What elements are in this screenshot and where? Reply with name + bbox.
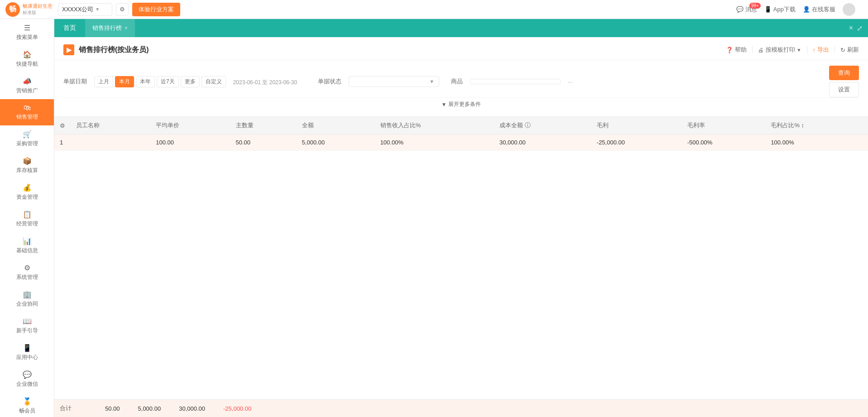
help-btn[interactable]: ❓ 帮助 [726,46,747,54]
filter-bar: 单据日期 上月 本月 本年 近7天 更多 自定义 2023-06-01 至 20… [54,60,868,117]
tab-close-btn[interactable]: × [849,24,853,32]
footer-label: 合计 [60,404,87,412]
sidebar-item-purchase[interactable]: 🛒 采购管理 [0,125,54,152]
notification-badge: 99+ [749,3,761,9]
print-btn[interactable]: 🖨 按模板打印 ▼ [758,46,801,54]
experience-btn[interactable]: 体验行业方案 [132,3,180,16]
company-name: XXXXX公司 [62,5,93,14]
tab-maximize-btn[interactable]: ⤢ [857,24,863,33]
basic-icon: 📊 [23,237,32,245]
settings-btn[interactable]: 设置 [829,82,859,97]
tab-close-icon[interactable]: × [125,25,128,31]
sidebar-label-wechat: 企业微信 [16,380,38,388]
th-name: 员工名称 [71,117,150,134]
settings-button[interactable]: ⚙ [116,3,129,16]
footer-amount: 5,000.00 [138,405,161,412]
sidebar-label-system: 系统管理 [16,273,38,281]
app-download-icon: 📱 [764,6,772,13]
sidebar: ☰ 搜索菜单 🏠 快捷导航 📣 营销推广 🛍 销售管理 🛒 采购管理 📦 [0,19,54,417]
finance-icon: 💰 [23,183,32,192]
wechat-icon: 💬 [23,370,32,379]
sidebar-item-quicknav[interactable]: 🏠 快捷导航 [0,46,54,72]
sidebar-item-wechat[interactable]: 💬 企业微信 [0,366,54,393]
last7-btn[interactable]: 近7天 [157,76,179,87]
status-arrow-icon: ▼ [429,79,434,84]
th-avg-price: 平均单价 [150,117,230,134]
refresh-btn[interactable]: ↻ 刷新 [840,46,859,54]
online-service-btn[interactable]: 👤 在线客服 [803,5,835,14]
export-btn[interactable]: ↑ 导出 [813,46,830,54]
tab-home[interactable]: 首页 [54,19,85,37]
sidebar-label-apps: 应用中心 [16,354,38,361]
th-cost-label: 成本全额 [499,122,523,129]
sidebar-label-purchase: 采购管理 [16,140,38,148]
cell-amount: 5,000.00 [297,134,375,151]
member-icon: 🏅 [23,397,32,406]
company-selector[interactable]: XXXXX公司 ▼ [58,3,112,16]
th-gross-pct: 毛利占比% ↕ [765,117,868,134]
last-month-btn[interactable]: 上月 [94,76,113,87]
sidebar-item-marketing[interactable]: 📣 营销推广 [0,72,54,99]
sidebar-item-sales[interactable]: 🛍 销售管理 [0,99,54,125]
notification-btn[interactable]: 💬 消息 99+ [736,5,757,14]
sidebar-item-member[interactable]: 🏅 畅会员 [0,393,54,417]
th-gross-rate: 毛利率 [682,117,766,134]
cost-info-icon[interactable]: ⓘ [525,122,531,129]
sidebar-item-guide[interactable]: 📖 新手引导 [0,312,54,339]
table-body: 1 100.00 50.00 5,000.00 100.00% 30,000.0… [54,134,868,151]
sidebar-item-system[interactable]: ⚙ 系统管理 [0,259,54,286]
table-header: ⚙ 员工名称 平均单价 主数量 全额 销售收入占比% 成本全额 ⓘ [54,117,868,134]
sidebar-item-basic[interactable]: 📊 基础信息 [0,232,54,259]
sidebar-label-management: 经营管理 [16,220,38,228]
goods-select[interactable] [470,79,561,84]
sidebar-label-enterprise: 企业协同 [16,300,38,308]
goods-label: 商品 [451,77,463,86]
this-year-btn[interactable]: 本年 [136,76,155,87]
custom-btn[interactable]: 自定义 [201,76,226,87]
sidebar-item-apps[interactable]: 📱 应用中心 [0,339,54,366]
expand-btn[interactable]: ▼ 展开更多条件 [441,101,481,108]
page-actions: ❓ 帮助 🖨 按模板打印 ▼ ↑ 导出 [726,46,859,54]
print-arrow-icon: ▼ [797,48,801,53]
app-download-btn[interactable]: 📱 App下载 [764,5,796,14]
home-icon: 🏠 [23,50,32,59]
status-label: 单据状态 [318,77,341,86]
print-label: 按模板打印 [766,46,795,54]
cell-gross-pct: 100.00% [765,134,868,151]
sidebar-label-search: 搜索菜单 [16,34,38,41]
footer-gross: -25,000.00 [223,405,251,412]
this-month-btn[interactable]: 本月 [115,76,134,87]
sidebar-item-inventory[interactable]: 📦 库存核算 [0,152,54,179]
cell-sales-pct: 100.00% [375,134,494,151]
date-range-group: 上月 本月 本年 近7天 更多 自定义 [94,76,226,87]
sidebar-label-basic: 基础信息 [16,247,38,254]
help-label: 帮助 [735,46,747,54]
sales-icon: 🛍 [24,104,31,112]
refresh-label: 刷新 [847,46,859,54]
marketing-icon: 📣 [23,77,32,86]
gross-pct-info-icon[interactable]: ↕ [801,122,805,129]
sidebar-item-management[interactable]: 📋 经营管理 [0,206,54,232]
sidebar-item-enterprise[interactable]: 🏢 企业协同 [0,286,54,312]
print-icon: 🖨 [758,47,764,53]
tab-sales-ranking[interactable]: 销售排行榜 × [85,19,135,37]
notification-icon: 💬 [736,6,743,13]
app-download-label: App下载 [773,5,796,14]
status-select[interactable]: ▼ [349,76,439,87]
more-date-btn[interactable]: 更多 [181,76,200,87]
user-avatar[interactable] [843,3,855,16]
page-back-btn[interactable]: ▶ [63,44,74,55]
sidebar-item-finance[interactable]: 💰 资金管理 [0,179,54,206]
date-label: 单据日期 [63,77,87,86]
company-arrow-icon: ▼ [95,7,100,12]
help-icon: ❓ [726,47,733,53]
cell-gross-rate: -500.00% [682,134,766,151]
tab-bar: 首页 销售排行榜 × × ⤢ [54,19,868,37]
query-btn[interactable]: 查询 [829,66,859,80]
page-header: ▶ 销售排行榜(按业务员) ❓ 帮助 🖨 按模板打印 ▼ [54,37,868,60]
th-settings[interactable]: ⚙ [54,117,71,134]
more-conditions-btn[interactable]: ··· [568,78,573,85]
action-btns-group: 查询 设置 [829,66,859,97]
sidebar-item-search[interactable]: ☰ 搜索菜单 [0,19,54,46]
sidebar-label-member: 畅会员 [19,407,35,415]
